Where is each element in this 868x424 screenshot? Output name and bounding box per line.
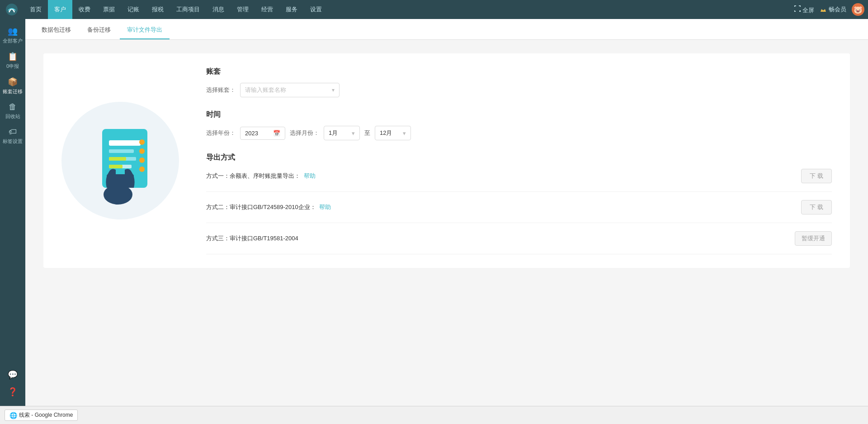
accounts-title: 账套: [206, 67, 832, 76]
separator-text: 至: [364, 129, 370, 137]
tab-backup-migration[interactable]: 备份迁移: [80, 21, 118, 39]
vip-btn[interactable]: 畅会员: [820, 5, 846, 14]
user-avatar[interactable]: 🐷: [852, 3, 864, 16]
zero-declare-icon: 📋: [8, 52, 18, 62]
month-end-value: 12月: [380, 129, 392, 137]
nav-client[interactable]: 客户: [48, 0, 72, 19]
illustration-circle: [61, 102, 179, 219]
svg-point-9: [139, 167, 145, 172]
svg-point-6: [139, 139, 145, 145]
sidebar-item-migration[interactable]: 📦 账套迁移: [0, 73, 25, 99]
sidebar-item-label: 0申报: [6, 63, 19, 70]
method3-label: 方式三：审计接口GB/T19581-2004: [206, 234, 298, 243]
chat-icon: 💬: [8, 370, 18, 380]
month-label: 选择月份：: [290, 129, 319, 137]
nav-fee[interactable]: 收费: [72, 0, 97, 19]
sidebar-item-label: 全部客户: [3, 38, 23, 44]
recycle-icon: 🗑: [9, 102, 17, 112]
method1-download-btn[interactable]: 下 载: [801, 169, 832, 183]
nav-business[interactable]: 工商项目: [170, 0, 206, 19]
form-area: 账套 选择账套： 请输入账套名称 ▾ 时间 选择年: [206, 67, 832, 254]
time-title: 时间: [206, 110, 832, 119]
year-label: 选择年份：: [206, 129, 236, 137]
time-section: 时间 选择年份： 2023 📅 选择月份： 1月 ▾: [206, 110, 832, 140]
page-content: 账套 选择账套： 请输入账套名称 ▾ 时间 选择年: [25, 40, 868, 406]
month-end-select[interactable]: 12月 ▾: [375, 126, 411, 140]
tab-data-migration[interactable]: 数据包迁移: [34, 21, 78, 39]
sidebar-bottom: 💬 ❓: [0, 366, 25, 406]
year-input[interactable]: 2023 📅: [240, 127, 285, 140]
nav-home[interactable]: 首页: [24, 0, 48, 19]
method2-download-btn[interactable]: 下 载: [801, 200, 832, 214]
method1-help-link[interactable]: 帮助: [304, 172, 316, 179]
calendar-icon: 📅: [273, 130, 280, 137]
month-start-value: 1月: [329, 129, 338, 137]
accounts-select[interactable]: 请输入账套名称 ▾: [240, 83, 340, 97]
nav-settings[interactable]: 设置: [304, 0, 328, 19]
all-clients-icon: 👥: [8, 26, 18, 36]
sidebar-item-recycle[interactable]: 🗑 回收站: [0, 99, 25, 124]
nav-message[interactable]: 消息: [206, 0, 231, 19]
sidebar: 👥 全部客户 📋 0申报 📦 账套迁移 🗑 回收站 🏷 标签设置 💬 ❓: [0, 19, 25, 406]
taskbar-chrome-label: 线索 - Google Chrome: [19, 411, 73, 419]
export-methods-list: 方式一：余额表、序时账批量导出： 帮助 下 载 方式二：审计接口GB/T2458…: [206, 169, 832, 254]
nav-menu: 首页 客户 收费 票据 记账 报税 工商项目 消息 管理 经营 服务 设置: [24, 0, 794, 19]
content-area: 数据包迁移 备份迁移 审计文件导出: [25, 19, 868, 406]
svg-rect-13: [107, 174, 134, 186]
nav-right-area: 全屏 畅会员 🐷: [794, 3, 864, 16]
export-card: 账套 选择账套： 请输入账套名称 ▾ 时间 选择年: [43, 53, 850, 268]
fullscreen-btn[interactable]: 全屏: [794, 5, 815, 14]
method1-row: 方式一：余额表、序时账批量导出： 帮助 下 载: [206, 169, 832, 192]
accounts-arrow-icon: ▾: [332, 87, 335, 93]
month-start-select[interactable]: 1月 ▾: [324, 126, 360, 140]
nav-tax[interactable]: 报税: [146, 0, 170, 19]
svg-point-8: [139, 157, 145, 163]
svg-rect-11: [109, 165, 123, 168]
year-value: 2023: [245, 130, 258, 137]
help-icon: ❓: [8, 387, 18, 397]
svg-rect-2: [109, 140, 141, 146]
migration-icon: 📦: [8, 77, 18, 87]
export-methods-title: 导出方式: [206, 153, 832, 162]
sidebar-item-tag-settings[interactable]: 🏷 标签设置: [0, 124, 25, 148]
method2-row: 方式二：审计接口GB/T24589-2010企业： 帮助 下 载: [206, 192, 832, 223]
method2-label: 方式二：审计接口GB/T24589-2010企业： 帮助: [206, 203, 331, 211]
nav-manage[interactable]: 管理: [231, 0, 255, 19]
sidebar-chat-btn[interactable]: 💬: [0, 366, 25, 383]
nav-accounting[interactable]: 记账: [121, 0, 146, 19]
tabs-bar: 数据包迁移 备份迁移 审计文件导出: [25, 19, 868, 40]
chrome-icon: 🌐: [9, 412, 17, 419]
taskbar: 🌐 线索 - Google Chrome: [0, 406, 868, 424]
sidebar-item-zero-declare[interactable]: 📋 0申报: [0, 48, 25, 73]
sidebar-help-btn[interactable]: ❓: [0, 383, 25, 400]
sidebar-item-label: 标签设置: [3, 138, 23, 145]
app-logo: [4, 1, 20, 18]
svg-rect-10: [109, 157, 126, 161]
accounts-placeholder: 请输入账套名称: [245, 86, 286, 94]
method1-label: 方式一：余额表、序时账批量导出： 帮助: [206, 172, 316, 180]
method2-help-link[interactable]: 帮助: [319, 204, 331, 210]
accounts-section: 账套 选择账套： 请输入账套名称 ▾: [206, 67, 832, 97]
nav-operation[interactable]: 经营: [255, 0, 279, 19]
sidebar-item-all-clients[interactable]: 👥 全部客户: [0, 23, 25, 48]
nav-service[interactable]: 服务: [279, 0, 304, 19]
svg-point-7: [139, 148, 145, 154]
time-row: 选择年份： 2023 📅 选择月份： 1月 ▾ 至: [206, 126, 832, 140]
method3-open-btn[interactable]: 暂缓开通: [795, 231, 832, 246]
sidebar-item-label: 回收站: [5, 113, 20, 120]
illustration-area: [61, 67, 179, 254]
tag-icon: 🏷: [9, 127, 17, 137]
export-methods-section: 导出方式 方式一：余额表、序时账批量导出： 帮助 下 载: [206, 153, 832, 254]
sidebar-item-label: 账套迁移: [3, 88, 23, 95]
taskbar-chrome-item[interactable]: 🌐 线索 - Google Chrome: [5, 410, 78, 421]
accounts-row: 选择账套： 请输入账套名称 ▾: [206, 83, 832, 97]
month-end-arrow-icon: ▾: [403, 130, 406, 137]
method3-row: 方式三：审计接口GB/T19581-2004 暂缓开通: [206, 223, 832, 254]
main-layout: 👥 全部客户 📋 0申报 📦 账套迁移 🗑 回收站 🏷 标签设置 💬 ❓: [0, 19, 868, 406]
tab-audit-export[interactable]: 审计文件导出: [120, 21, 170, 39]
nav-invoice[interactable]: 票据: [97, 0, 121, 19]
month-start-arrow-icon: ▾: [352, 130, 355, 137]
top-navigation: 首页 客户 收费 票据 记账 报税 工商项目 消息 管理 经营 服务 设置 全屏…: [0, 0, 868, 19]
svg-rect-3: [109, 149, 134, 153]
accounts-label: 选择账套：: [206, 86, 236, 94]
